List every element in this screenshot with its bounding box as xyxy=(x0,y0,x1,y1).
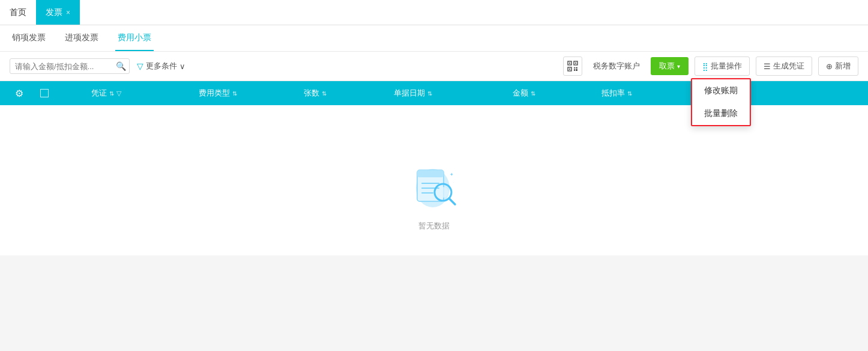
filter-chevron-icon: ∨ xyxy=(179,62,185,71)
take-label: 取票 xyxy=(659,61,675,72)
generate-icon: ☰ xyxy=(764,62,771,71)
batch-label: 批量操作 xyxy=(711,61,742,72)
th-voucher[interactable]: 凭证 ⇅ ▽ xyxy=(55,88,157,99)
th-amount-label: 金额 xyxy=(513,88,528,99)
empty-state-icon: ✦ · xyxy=(404,153,464,213)
settings-gear-icon[interactable]: ⚙ xyxy=(15,88,23,99)
sub-nav-item-sales[interactable]: 销项发票 xyxy=(10,25,48,51)
toolbar-right: 税务数字账户 取票 ▾ ⣿ 批量操作 ☰ 生成凭证 ⊕ 新增 xyxy=(563,56,858,76)
select-all-checkbox[interactable] xyxy=(40,89,49,97)
sub-nav-item-purchase[interactable]: 进项发票 xyxy=(62,25,101,51)
empty-text: 暂无数据 xyxy=(418,221,450,231)
th-expense-type[interactable]: 费用类型 ⇅ xyxy=(157,88,278,99)
svg-rect-5 xyxy=(569,69,570,70)
sub-nav: 销项发票 进项发票 费用小票 xyxy=(0,25,868,52)
th-rate-label: 抵扣率 xyxy=(601,88,625,99)
th-count[interactable]: 张数 ⇅ xyxy=(278,88,352,99)
nav-home[interactable]: 首页 xyxy=(0,0,36,25)
dropdown-item-batch-delete[interactable]: 批量删除 xyxy=(692,102,750,125)
th-date-sort-icon[interactable]: ⇅ xyxy=(427,90,432,97)
batch-icon: ⣿ xyxy=(702,62,708,71)
th-voucher-label: 凭证 xyxy=(91,88,107,99)
th-checkbox[interactable] xyxy=(34,89,55,97)
empty-state: ✦ · 暂无数据 xyxy=(0,105,868,255)
filter-label: 更多条件 xyxy=(146,61,177,72)
nav-tab-invoice[interactable]: 发票 × xyxy=(36,0,80,25)
filter-button[interactable]: ▽ 更多条件 ∨ xyxy=(137,61,185,72)
batch-dropdown-menu: 修改账期 批量删除 xyxy=(691,78,751,126)
th-expense-sort-icon[interactable]: ⇅ xyxy=(232,90,237,97)
search-input-wrap[interactable]: 🔍 xyxy=(10,58,130,74)
th-voucher-sort-icon[interactable]: ⇅ xyxy=(109,90,114,97)
generate-label: 生成凭证 xyxy=(773,61,804,72)
close-tab-icon[interactable]: × xyxy=(66,8,70,17)
th-voucher-filter-icon[interactable]: ▽ xyxy=(116,90,121,97)
qr-icon xyxy=(567,61,578,72)
svg-rect-8 xyxy=(574,69,575,71)
th-settings[interactable]: ⚙ xyxy=(5,88,34,99)
th-amount-sort-icon[interactable]: ⇅ xyxy=(531,90,535,97)
th-date-label: 单据日期 xyxy=(394,88,425,99)
add-icon: ⊕ xyxy=(826,62,833,71)
take-chevron-icon: ▾ xyxy=(677,63,680,70)
take-invoice-button[interactable]: 取票 ▾ xyxy=(651,57,689,75)
batch-operation-button[interactable]: ⣿ 批量操作 xyxy=(695,56,750,76)
svg-line-18 xyxy=(449,198,455,204)
search-input[interactable] xyxy=(15,62,116,71)
sub-nav-item-expense[interactable]: 费用小票 xyxy=(115,25,154,51)
qr-button[interactable] xyxy=(563,56,582,76)
th-count-label: 张数 xyxy=(304,88,319,99)
th-expense-label: 费用类型 xyxy=(199,88,230,99)
filter-icon: ▽ xyxy=(137,61,143,71)
top-nav: 首页 发票 × xyxy=(0,0,868,25)
toolbar-left: 🔍 ▽ 更多条件 ∨ xyxy=(10,58,185,74)
svg-rect-7 xyxy=(576,67,577,69)
svg-rect-9 xyxy=(576,69,577,71)
generate-voucher-button[interactable]: ☰ 生成凭证 xyxy=(756,56,812,76)
dropdown-item-modify-period[interactable]: 修改账期 xyxy=(692,79,750,102)
th-date[interactable]: 单据日期 ⇅ xyxy=(352,88,473,99)
th-count-sort-icon[interactable]: ⇅ xyxy=(322,90,327,97)
th-rate-sort-icon[interactable]: ⇅ xyxy=(627,90,632,97)
toolbar: 🔍 ▽ 更多条件 ∨ 税务数字账户 取票 ▾ xyxy=(0,52,868,81)
th-amount[interactable]: 金额 ⇅ xyxy=(473,88,575,99)
svg-rect-6 xyxy=(574,67,575,69)
svg-rect-12 xyxy=(417,170,444,177)
svg-text:✦: ✦ xyxy=(450,172,454,177)
th-rate[interactable]: 抵扣率 ⇅ xyxy=(575,88,659,99)
add-button[interactable]: ⊕ 新增 xyxy=(818,56,858,76)
svg-point-17 xyxy=(438,187,448,198)
search-icon[interactable]: 🔍 xyxy=(116,61,126,71)
svg-rect-3 xyxy=(575,63,576,64)
tax-account-button[interactable]: 税务数字账户 xyxy=(588,58,645,74)
nav-tab-label: 发票 xyxy=(46,7,62,18)
svg-rect-1 xyxy=(569,63,570,64)
add-label: 新增 xyxy=(835,61,851,72)
svg-text:·: · xyxy=(453,180,454,184)
